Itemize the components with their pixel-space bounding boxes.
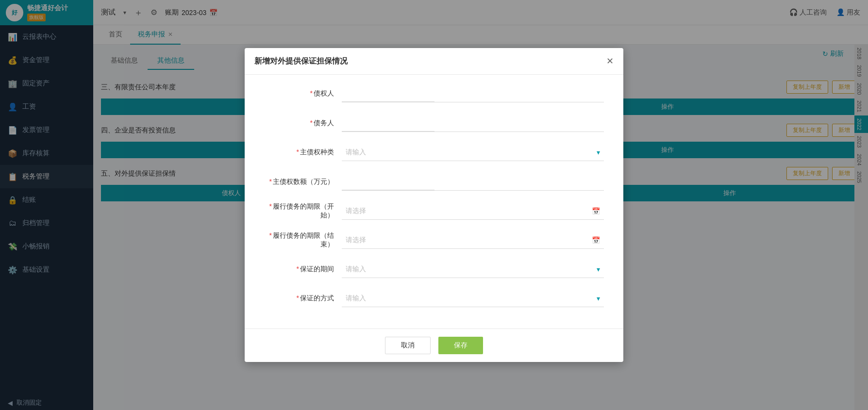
form-row-guarantee-method: *保证的方式 请输入 ▾	[264, 290, 604, 307]
form-row-guarantee-period: *保证的期间 请输入 ▾	[264, 261, 604, 278]
dialog: 新增对外提供保证担保情况 ✕ *债权人 *债务人	[245, 48, 623, 362]
debt-amount-label: *主债权数额（万元）	[264, 178, 342, 186]
dialog-close-button[interactable]: ✕	[606, 56, 614, 66]
form-row-creditor: *债权人	[264, 84, 604, 102]
dialog-footer: 取消 保存	[245, 328, 623, 362]
debt-type-select[interactable]: 请输入 ▾	[342, 144, 604, 161]
period-end-label: *履行债务的期限（结束）	[264, 231, 342, 249]
period-start-datepicker[interactable]: 请选择 📅	[342, 202, 604, 220]
guarantee-period-select[interactable]: 请输入 ▾	[342, 261, 604, 278]
guarantee-method-select[interactable]: 请输入 ▾	[342, 290, 604, 307]
period-start-calendar-icon: 📅	[592, 207, 600, 215]
form-row-debt-amount: *主债权数额（万元）	[264, 173, 604, 191]
guarantee-method-dropdown-icon: ▾	[597, 295, 600, 302]
dialog-body: *债权人 *债务人 *主债权种类	[245, 75, 623, 328]
debt-amount-input[interactable]	[342, 173, 434, 190]
creditor-input[interactable]	[342, 84, 434, 102]
debt-type-label: *主债权种类	[264, 148, 342, 157]
period-start-label: *履行债务的期限（开始）	[264, 202, 342, 220]
save-button[interactable]: 保存	[438, 337, 483, 354]
dialog-title: 新增对外提供保证担保情况	[254, 56, 348, 66]
creditor-label: *债权人	[264, 89, 342, 98]
debtor-label: *债务人	[264, 119, 342, 128]
form-row-period-end: *履行债务的期限（结束） 请选择 📅	[264, 231, 604, 249]
form-row-debtor: *债务人	[264, 114, 604, 132]
modal-overlay: 新增对外提供保证担保情况 ✕ *债权人 *债务人	[0, 0, 868, 410]
period-end-calendar-icon: 📅	[592, 236, 600, 244]
form-row-debt-type: *主债权种类 请输入 ▾	[264, 144, 604, 161]
debt-type-dropdown-icon: ▾	[597, 148, 600, 156]
form-row-period-start: *履行债务的期限（开始） 请选择 📅	[264, 202, 604, 220]
guarantee-period-dropdown-icon: ▾	[597, 265, 600, 273]
guarantee-period-label: *保证的期间	[264, 265, 342, 274]
guarantee-method-label: *保证的方式	[264, 294, 342, 303]
cancel-button[interactable]: 取消	[385, 337, 431, 354]
period-end-datepicker[interactable]: 请选择 📅	[342, 231, 604, 249]
dialog-header: 新增对外提供保证担保情况 ✕	[245, 48, 623, 75]
debtor-input[interactable]	[342, 114, 434, 131]
